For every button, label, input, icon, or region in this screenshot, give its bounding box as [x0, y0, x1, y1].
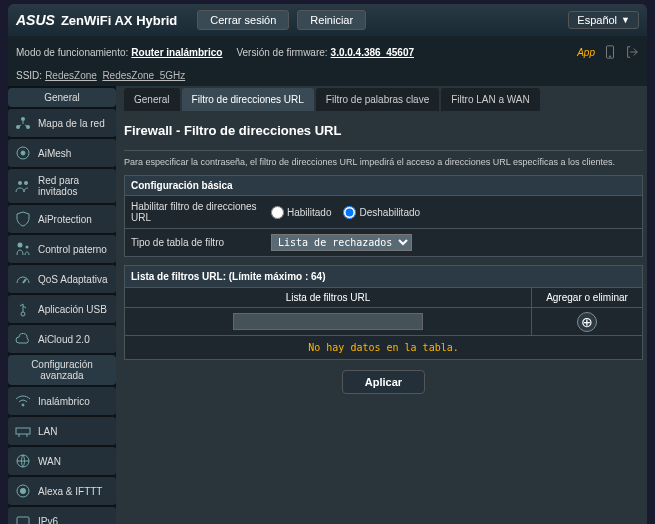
apply-button[interactable]: Aplicar [342, 370, 425, 394]
sidebar-item-label: Alexa & IFTTT [38, 486, 102, 497]
brand-logo: ASUS [16, 12, 55, 28]
main-content: General Filtro de direcciones URL Filtro… [116, 86, 647, 524]
sidebar-item-aicloud[interactable]: AiCloud 2.0 [8, 325, 116, 353]
logout-icon[interactable] [625, 45, 639, 59]
firmware-link[interactable]: 3.0.0.4.386_45607 [331, 47, 414, 58]
app-link[interactable]: App [577, 47, 595, 58]
usb-icon [14, 301, 32, 317]
sidebar-item-label: Red para invitados [38, 175, 110, 197]
globe-icon [14, 453, 32, 469]
tab-keyword-filter[interactable]: Filtro de palabras clave [316, 88, 439, 111]
shield-icon [14, 211, 32, 227]
firmware-label: Versión de firmware: [236, 47, 327, 58]
filter-type-select[interactable]: Lista de rechazados [271, 234, 412, 251]
sidebar-item-label: IPv6 [38, 516, 58, 525]
sidebar-item-aimesh[interactable]: AiMesh [8, 139, 116, 167]
svg-point-6 [21, 151, 25, 155]
row-filter-type: Tipo de tabla de filtro Lista de rechaza… [124, 229, 643, 257]
cloud-icon [14, 331, 32, 347]
language-label: Español [577, 14, 617, 26]
mobile-icon[interactable] [603, 45, 617, 59]
sidebar-item-label: LAN [38, 426, 57, 437]
tab-bar: General Filtro de direcciones URL Filtro… [124, 88, 643, 111]
svg-rect-17 [17, 517, 29, 524]
gauge-icon [14, 271, 32, 287]
svg-point-8 [24, 181, 28, 185]
sidebar-item-label: QoS Adaptativa [38, 274, 108, 285]
sidebar-item-label: WAN [38, 456, 61, 467]
tab-general[interactable]: General [124, 88, 180, 111]
add-button[interactable]: ⊕ [577, 312, 597, 332]
sidebar-item-label: Aplicación USB [38, 304, 107, 315]
plus-icon: ⊕ [581, 314, 593, 330]
sidebar-item-label: Control paterno [38, 244, 107, 255]
sidebar-section-advanced: Configuración avanzada [8, 355, 116, 385]
empty-message: No hay datos en la tabla. [124, 336, 643, 360]
wifi-icon [14, 393, 32, 409]
guest-icon [14, 178, 32, 194]
sidebar-item-wireless[interactable]: Inalámbrico [8, 387, 116, 415]
column-url: Lista de filtros URL [125, 288, 532, 307]
svg-point-11 [21, 312, 25, 316]
row-enable-filter: Habilitar filtro de direcciones URL Habi… [124, 196, 643, 229]
sidebar: General Mapa de la red AiMesh Red para i… [8, 86, 116, 524]
sidebar-item-ipv6[interactable]: IPv6 [8, 507, 116, 524]
sidebar-item-label: AiCloud 2.0 [38, 334, 90, 345]
sidebar-item-alexa[interactable]: Alexa & IFTTT [8, 477, 116, 505]
ssid1-link[interactable]: RedesZone [45, 70, 97, 81]
model-name: ZenWiFi AX Hybrid [61, 13, 177, 28]
radio-disabled[interactable]: Deshabilitado [343, 206, 420, 219]
info-bar: Modo de funcionamiento: Router inalámbri… [8, 36, 647, 68]
sidebar-item-guest[interactable]: Red para invitados [8, 169, 116, 203]
lan-icon [14, 423, 32, 439]
ipv6-icon [14, 513, 32, 524]
svg-point-7 [18, 181, 22, 185]
svg-point-1 [609, 56, 611, 58]
mode-link[interactable]: Router inalámbrico [131, 47, 222, 58]
ssid2-link[interactable]: RedesZone_5GHz [102, 70, 185, 81]
basic-config-header: Configuración básica [124, 175, 643, 196]
column-action: Agregar o eliminar [532, 288, 642, 307]
sidebar-section-general: General [8, 88, 116, 107]
network-icon [14, 115, 32, 131]
divider [124, 150, 643, 151]
url-list-header: Lista de filtros URL: (Límite máximo : 6… [124, 265, 643, 288]
filter-type-label: Tipo de tabla de filtro [131, 237, 271, 248]
ssid-label: SSID: [16, 70, 42, 81]
parental-icon [14, 241, 32, 257]
svg-point-10 [26, 246, 29, 249]
language-selector[interactable]: Español ▼ [568, 11, 639, 29]
svg-rect-13 [16, 428, 30, 434]
alexa-icon [14, 483, 32, 499]
mode-label: Modo de funcionamiento: [16, 47, 128, 58]
ssid-bar: SSID: RedesZone RedesZone_5GHz [8, 68, 647, 86]
enable-filter-label: Habilitar filtro de direcciones URL [131, 201, 271, 223]
sidebar-item-networkmap[interactable]: Mapa de la red [8, 109, 116, 137]
url-input[interactable] [233, 313, 423, 330]
sidebar-item-parental[interactable]: Control paterno [8, 235, 116, 263]
sidebar-item-usb[interactable]: Aplicación USB [8, 295, 116, 323]
radio-enabled[interactable]: Habilitado [271, 206, 331, 219]
tab-lan-wan-filter[interactable]: Filtro LAN a WAN [441, 88, 540, 111]
url-list-input-row: ⊕ [124, 308, 643, 336]
logout-button[interactable]: Cerrar sesión [197, 10, 289, 30]
svg-point-2 [21, 117, 25, 121]
svg-point-9 [18, 243, 23, 248]
sidebar-item-lan[interactable]: LAN [8, 417, 116, 445]
svg-point-16 [20, 488, 26, 494]
url-list-columns: Lista de filtros URL Agregar o eliminar [124, 288, 643, 308]
sidebar-item-label: Inalámbrico [38, 396, 90, 407]
sidebar-item-qos[interactable]: QoS Adaptativa [8, 265, 116, 293]
radio-enabled-input[interactable] [271, 206, 284, 219]
reboot-button[interactable]: Reiniciar [297, 10, 366, 30]
page-title: Firewall - Filtro de direcciones URL [124, 123, 643, 138]
sidebar-item-aiprotection[interactable]: AiProtection [8, 205, 116, 233]
svg-point-12 [22, 404, 24, 406]
sidebar-item-label: AiMesh [38, 148, 71, 159]
chevron-down-icon: ▼ [621, 15, 630, 25]
radio-disabled-input[interactable] [343, 206, 356, 219]
sidebar-item-wan[interactable]: WAN [8, 447, 116, 475]
page-description: Para especificar la contraseña, el filtr… [124, 157, 643, 167]
mesh-icon [14, 145, 32, 161]
tab-url-filter[interactable]: Filtro de direcciones URL [182, 88, 314, 111]
